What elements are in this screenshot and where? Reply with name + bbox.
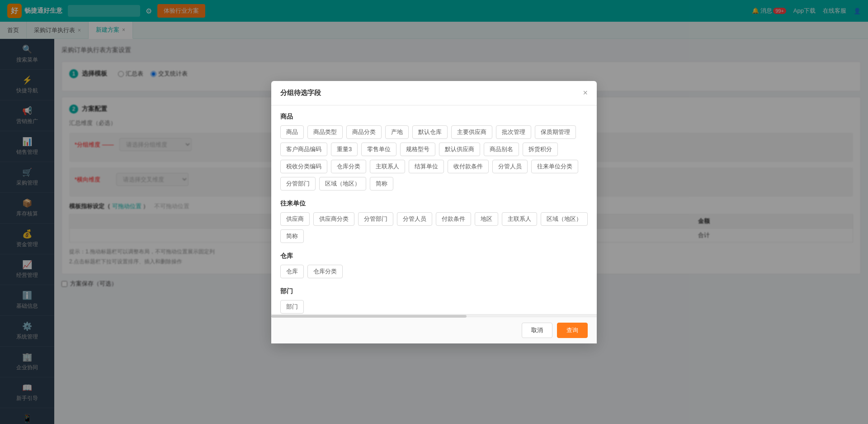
field-group-warehouse: 仓库 仓库 仓库分类 <box>280 252 588 278</box>
field-tag-retail-unit[interactable]: 零售单位 <box>361 143 396 156</box>
modal-confirm-button[interactable]: 查询 <box>557 323 588 338</box>
field-tag-batch-mgmt[interactable]: 批次管理 <box>496 125 531 139</box>
field-tag-dept-supervisor[interactable]: 分管部门 <box>280 177 316 191</box>
field-tag-supervisor[interactable]: 分管人员 <box>492 160 528 173</box>
field-tags-partner: 供应商 供应商分类 分管部门 分管人员 付款条件 地区 主联系人 区域（地区） … <box>280 212 588 243</box>
field-tag-payment-condition[interactable]: 付款条件 <box>436 212 471 226</box>
field-tags-product: 商品 商品类型 商品分类 产地 默认仓库 主要供应商 批次管理 保质期管理 客户… <box>280 125 588 191</box>
field-group-product-title: 商品 <box>280 113 588 121</box>
field-group-dept-title: 部门 <box>280 287 588 295</box>
field-tags-dept: 部门 <box>280 300 588 314</box>
field-tag-tax-code[interactable]: 税收分类编码 <box>280 160 327 173</box>
field-tag-partner-category[interactable]: 往来单位分类 <box>531 160 578 173</box>
field-tag-expiry-mgmt[interactable]: 保质期管理 <box>535 125 576 139</box>
field-tag-dept[interactable]: 部门 <box>280 300 304 314</box>
field-tag-warehouse-category[interactable]: 仓库分类 <box>331 160 366 173</box>
field-selection-modal: 分组待选字段 × 商品 商品 商品类型 商品分类 产地 默认仓库 主要供应商 批… <box>271 81 597 343</box>
field-group-partner: 往来单位 供应商 供应商分类 分管部门 分管人员 付款条件 地区 主联系人 区域… <box>280 200 588 243</box>
field-tag-supplier[interactable]: 供应商 <box>280 212 310 226</box>
field-group-partner-title: 往来单位 <box>280 200 588 208</box>
field-tag-main-contact[interactable]: 主联系人 <box>370 160 405 173</box>
field-tag-product-alias[interactable]: 商品别名 <box>484 143 519 156</box>
field-tag-region[interactable]: 区域（地区） <box>319 177 366 191</box>
field-tag-area[interactable]: 地区 <box>475 212 498 226</box>
field-tag-warehouse[interactable]: 仓库 <box>280 265 304 278</box>
field-tag-customer-code[interactable]: 客户商品编码 <box>280 143 327 156</box>
field-tag-partner-contact[interactable]: 主联系人 <box>502 212 537 226</box>
field-tag-default-warehouse[interactable]: 默认仓库 <box>412 125 448 139</box>
modal-horizontal-scrollbar[interactable] <box>271 314 597 317</box>
modal-cancel-button[interactable]: 取消 <box>522 323 552 338</box>
modal-title: 分组待选字段 <box>280 89 321 97</box>
field-tag-partner-short[interactable]: 简称 <box>280 229 304 243</box>
field-tag-partner-region[interactable]: 区域（地区） <box>541 212 588 226</box>
field-tag-short-name[interactable]: 简称 <box>370 177 393 191</box>
modal-footer: 取消 查询 <box>271 317 597 343</box>
field-tag-main-supplier[interactable]: 主要供应商 <box>451 125 492 139</box>
field-tag-origin[interactable]: 产地 <box>385 125 409 139</box>
field-tag-split-points[interactable]: 拆货积分 <box>523 143 558 156</box>
modal-close-button[interactable]: × <box>583 88 588 98</box>
field-tag-supplier-category[interactable]: 供应商分类 <box>313 212 354 226</box>
modal-overlay: 分组待选字段 × 商品 商品 商品类型 商品分类 产地 默认仓库 主要供应商 批… <box>0 0 868 424</box>
field-tag-default-supplier[interactable]: 默认供应商 <box>439 143 480 156</box>
field-tag-product-type[interactable]: 商品类型 <box>307 125 343 139</box>
modal-scrollbar-thumb <box>271 315 467 318</box>
field-group-product: 商品 商品 商品类型 商品分类 产地 默认仓库 主要供应商 批次管理 保质期管理… <box>280 113 588 191</box>
field-tag-product-category[interactable]: 商品分类 <box>346 125 382 139</box>
field-tag-partner-supervisor[interactable]: 分管人员 <box>397 212 432 226</box>
field-group-dept: 部门 部门 <box>280 287 588 314</box>
field-tag-settlement-unit[interactable]: 结算单位 <box>409 160 444 173</box>
field-tag-weight3[interactable]: 重量3 <box>331 143 358 156</box>
field-group-warehouse-title: 仓库 <box>280 252 588 260</box>
field-tag-warehouse-category2[interactable]: 仓库分类 <box>307 265 343 278</box>
field-tag-partner-dept[interactable]: 分管部门 <box>358 212 393 226</box>
field-tag-payment-terms[interactable]: 收付款条件 <box>448 160 489 173</box>
field-tags-warehouse: 仓库 仓库分类 <box>280 265 588 278</box>
modal-body: 商品 商品 商品类型 商品分类 产地 默认仓库 主要供应商 批次管理 保质期管理… <box>271 105 597 314</box>
modal-header: 分组待选字段 × <box>271 81 597 105</box>
field-tag-spec-model[interactable]: 规格型号 <box>400 143 435 156</box>
field-tag-product[interactable]: 商品 <box>280 125 304 139</box>
